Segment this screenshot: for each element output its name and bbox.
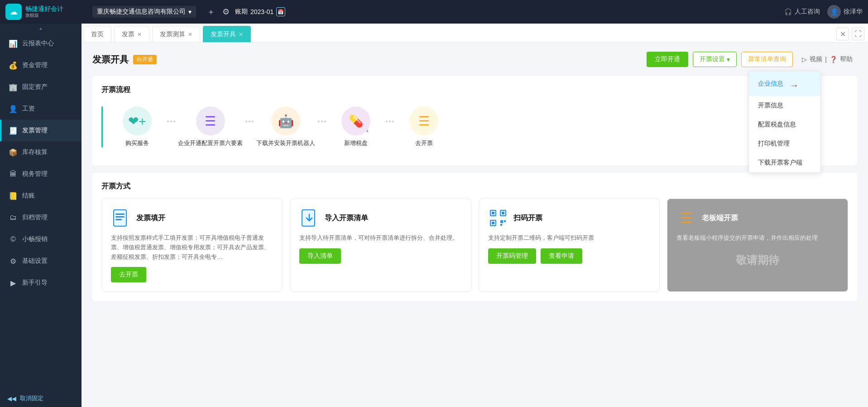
company-selector[interactable]: 重庆畅捷交通信息咨询有限公司 ▾ [92, 6, 196, 18]
cancel-fixed[interactable]: ◀◀ 取消固定 [0, 390, 82, 407]
sidebar-item-jiezhang[interactable]: 📒 结账 [0, 185, 82, 207]
go-invoice-icon: ☰ [409, 107, 438, 136]
settings-btn[interactable]: 开票设置 ▾ [693, 52, 737, 67]
method-desc: 支持定制开票二维码，客户端可扫码开票 [488, 233, 650, 243]
sidebar-item-shuiwu[interactable]: 🏛 税务管理 [0, 163, 82, 185]
method-card-boss: ☰ 老板端开票 查看老板端小程序提交的开票申请，并作出相应的处理 敬请期待 [667, 199, 848, 292]
import-list-icon [299, 208, 319, 228]
tabs-right-btns: ✕ ⛶ [836, 28, 868, 42]
svg-rect-2 [115, 216, 125, 218]
add-button[interactable]: ＋ [207, 6, 215, 17]
help-label: 帮助 [840, 55, 853, 63]
chevron-down-icon: ▾ [727, 56, 730, 63]
manual-invoice-icon [111, 208, 131, 228]
dropdown-item-tax-disk[interactable]: 配置税盘信息 [749, 115, 820, 134]
sidebar-item-fapiao[interactable]: 🧾 发票管理 [0, 120, 82, 141]
sidebar-item-gudingzichan[interactable]: 🏢 固定资产 [0, 76, 82, 98]
sidebar-scroll-up[interactable]: ▲ [0, 24, 82, 33]
page-title: 发票开具 [92, 53, 129, 66]
tab-fapiao[interactable]: 发票 ✕ [114, 26, 149, 42]
human-consult[interactable]: 🎧 人工咨询 [784, 8, 820, 16]
period-info: 账期 2023-01 📅 [235, 7, 285, 16]
abnormal-btn[interactable]: 异常清单查询 [741, 52, 793, 67]
boss-invoice-icon: ☰ [676, 208, 696, 228]
sidebar-item-label: 库存核算 [22, 148, 48, 156]
tab-close-icon[interactable]: ✕ [188, 31, 192, 38]
tab-label: 首页 [91, 30, 104, 39]
video-help-btn[interactable]: ▷ 视频 | ❓ 帮助 [797, 52, 857, 67]
user-profile[interactable]: 👤 徐泽华 [827, 5, 863, 19]
sidebar-item-xiaochang[interactable]: © 小畅报销 [0, 228, 82, 250]
building-icon: 🏢 [9, 82, 18, 92]
download-label: 下载并安装开票机器人 [256, 139, 315, 147]
methods-grid: 发票填开 支持按照发票样式手工填开发票；可开具增值税电子普通发票、增值税普通发票… [101, 199, 848, 292]
tab-close-icon[interactable]: ✕ [137, 31, 142, 38]
sidebar-item-xinshou[interactable]: ▶ 新手引导 [0, 272, 82, 294]
sidebar-item-guidang[interactable]: 🗂 归档管理 [0, 207, 82, 228]
sidebar-item-label: 新手引导 [22, 279, 48, 287]
flow-dots-2 [243, 121, 256, 122]
methods-section: 开票方式 发票填开 支持按照发票样式手工填开发票；可开具增值税电子普通发票、增值… [92, 173, 857, 301]
dot [324, 121, 326, 122]
sidebar-item-kucun[interactable]: 📦 库存核算 [0, 141, 82, 163]
tab-label: 发票 [122, 30, 134, 39]
config-label: 企业开通配置开票六要素 [178, 139, 243, 147]
flow-section-title: 开票流程 [101, 85, 848, 95]
dot [252, 121, 254, 122]
svg-rect-8 [502, 212, 504, 214]
method-card-scan: 扫码开票 支持定制开票二维码，客户端可扫码开票 开票码管理 查看申请 [479, 199, 660, 292]
logo-sub: 旗舰版 [25, 12, 63, 19]
sidebar-item-gongzi[interactable]: 👤 工资 [0, 98, 82, 120]
tab-fapiaokaiqu[interactable]: 发票开具 ✕ [203, 26, 251, 42]
dropdown-item-label: 下载开票客户端 [758, 159, 802, 167]
close-tab-button[interactable]: ✕ [836, 28, 849, 40]
sidebar-item-jichu[interactable]: ⚙ 基础设置 [0, 250, 82, 272]
page-header: 发票开具 待开通 立即开通 开票设置 ▾ 异常清单查询 ▷ 视频 | ❓ [92, 52, 857, 67]
calendar-icon[interactable]: 📅 [276, 7, 285, 16]
scan-code-icon [488, 208, 508, 228]
svg-rect-12 [504, 220, 506, 222]
avatar: 👤 [827, 5, 841, 19]
settings-button[interactable]: ⚙ [222, 7, 230, 17]
sidebar-item-zijin[interactable]: 💰 资金管理 [0, 54, 82, 76]
tab-fapiaocesuan[interactable]: 发票测算 ✕ [152, 26, 200, 42]
go-invoice-btn[interactable]: 去开票 [111, 267, 146, 282]
top-bar: ☁ 畅捷通好会计 旗舰版 重庆畅捷交通信息咨询有限公司 ▾ ＋ ⚙ 账期 202… [0, 0, 868, 24]
tax-icon: 🏛 [9, 170, 18, 179]
tab-home[interactable]: 首页 [83, 26, 111, 42]
book-icon: 📒 [9, 191, 18, 200]
dropdown-item-enterprise[interactable]: 企业信息 → [749, 71, 820, 96]
svg-rect-13 [500, 224, 502, 226]
svg-rect-0 [114, 210, 126, 226]
qrcode-manage-btn[interactable]: 开票码管理 [488, 248, 536, 264]
import-list-btn[interactable]: 导入清单 [299, 248, 341, 264]
robot-icon: 🤖 [271, 107, 300, 136]
dropdown-item-printer[interactable]: 打印机管理 [749, 134, 820, 153]
method-title: 发票填开 [136, 213, 165, 223]
svg-rect-4 [302, 210, 315, 226]
dot [170, 121, 172, 122]
flow-dots-3 [315, 121, 329, 122]
tab-close-icon[interactable]: ✕ [239, 31, 243, 38]
sidebar-item-label: 云报表中心 [22, 39, 54, 48]
method-card-header: 发票填开 [111, 208, 273, 228]
open-btn[interactable]: 立即开通 [647, 52, 688, 67]
taxdisk-icon: 💊 + [341, 107, 370, 136]
period-value: 2023-01 [250, 8, 273, 15]
sidebar-item-yunbao[interactable]: 📊 云报表中心 [0, 33, 82, 54]
view-apply-btn[interactable]: 查看申请 [541, 248, 582, 264]
dot [249, 121, 250, 122]
dot [173, 121, 175, 122]
method-title: 扫码开票 [513, 213, 542, 223]
headset-icon: 🎧 [784, 8, 792, 15]
logo-icon: ☁ [5, 4, 22, 20]
pin-icon: ◀◀ [7, 395, 16, 402]
flow-step-config: ☰ 企业开通配置开票六要素 [178, 107, 243, 147]
gear-icon: ⚙ [9, 257, 18, 266]
separator: | [825, 56, 827, 63]
dropdown-item-invoice-info[interactable]: 开票信息 [749, 96, 820, 115]
flow-step-inner: ❤+ 购买服务 [110, 107, 164, 147]
maximize-button[interactable]: ⛶ [852, 28, 864, 40]
dropdown-item-label: 配置税盘信息 [758, 121, 796, 129]
dropdown-item-download-client[interactable]: 下载开票客户端 [749, 153, 820, 172]
